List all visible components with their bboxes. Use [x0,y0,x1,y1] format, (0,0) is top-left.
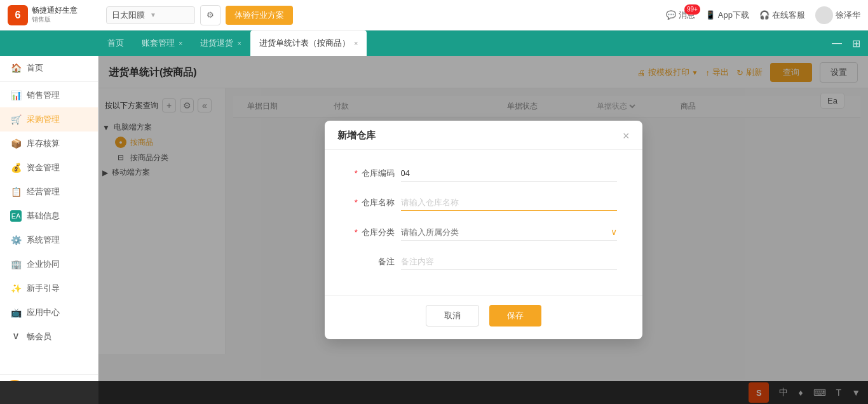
trial-button[interactable]: 体验行业方案 [226,6,293,25]
sidebar-finance-label: 资金管理 [27,162,60,173]
tab-purchase-return[interactable]: 进货退货 × [191,30,250,56]
sidebar-inventory-label: 库存核算 [27,138,60,149]
headset-icon: 🎧 [759,10,770,20]
sidebar-item-home[interactable]: 🏠 首页 [0,56,98,80]
sidebar-item-operation[interactable]: 📋 经营管理 [0,180,98,204]
sidebar-item-member[interactable]: V 畅会员 [0,325,98,349]
sidebar-item-system[interactable]: ⚙️ 系统管理 [0,228,98,252]
purchase-icon: 🛒 [10,114,22,125]
app-logo-icon: 6 [8,5,28,25]
app-download-label: App下载 [718,10,749,21]
tab-purchase-stat-label: 进货单统计表（按商品） [259,37,350,49]
tab-account[interactable]: 账套管理 × [133,30,191,56]
save-button[interactable]: 保存 [489,305,541,327]
sidebar-item-basic-info[interactable]: EA 基础信息 [0,204,98,228]
username-label: 徐泽华 [836,10,860,21]
logo-area: 6 畅捷通好生意 销售版 [8,5,106,25]
sidebar-system-label: 系统管理 [27,234,60,246]
name-input[interactable] [401,194,617,211]
guide-icon: ✨ [10,283,22,294]
tab-bar-right: — ⊞ [829,35,868,52]
form-row-code: * 仓库编码 [350,165,617,182]
new-warehouse-dialog: 新增仓库 × * 仓库编码 * [325,121,642,339]
sales-icon: 📊 [10,90,22,101]
basic-info-icon: EA [10,210,22,222]
form-row-name: * 仓库名称 [350,194,617,211]
name-label: * 仓库名称 [350,197,401,208]
sidebar-operation-label: 经营管理 [27,186,60,198]
sidebar-item-purchase[interactable]: 🛒 采购管理 [0,107,98,131]
finance-icon: 💰 [10,162,22,173]
tab-minimize-button[interactable]: — [829,35,844,51]
sidebar-item-guide[interactable]: ✨ 新手引导 [0,276,98,300]
enterprise-icon: 🏢 [10,259,22,270]
store-search[interactable]: 日太阳膜 ▼ [106,6,195,24]
sidebar-member-label: 畅会员 [27,331,51,342]
store-name: 日太阳膜 [112,10,145,21]
app-center-icon: 📺 [10,307,22,318]
user-avatar [815,6,833,24]
sidebar-item-sales[interactable]: 📊 销售管理 [0,83,98,107]
settings-icon-button[interactable]: ⚙ [200,5,220,25]
tab-home-label: 首页 [107,37,124,49]
app-download-button[interactable]: 📱 App下载 [705,10,749,21]
tab-account-close[interactable]: × [179,39,182,47]
category-dropdown-arrow[interactable]: ∨ [611,227,617,237]
dialog-overlay: 新增仓库 × * 仓库编码 * [98,56,868,404]
inventory-icon: 📦 [10,138,22,149]
tab-bar: 首页 账套管理 × 进货退货 × 进货单统计表（按商品） × — ⊞ [0,30,868,56]
sidebar-app-center-label: 应用中心 [27,307,60,318]
tab-purchase-return-label: 进货退货 [200,37,233,49]
form-row-note: 备注 [350,253,617,270]
code-input[interactable] [401,165,617,182]
sidebar-divider-1 [0,81,98,82]
member-icon: V [10,331,22,342]
dialog-title: 新增仓库 [337,130,376,142]
required-star-1: * [355,168,358,178]
note-input[interactable] [401,253,617,270]
brand-sub: 销售版 [32,15,78,24]
brand-name: 畅捷通好生意 [32,6,78,16]
user-profile-button[interactable]: 徐泽华 [815,6,860,24]
sidebar-basic-info-label: 基础信息 [27,210,60,222]
online-service-button[interactable]: 🎧 在线客服 [759,10,805,21]
home-icon: 🏠 [10,62,22,74]
search-dropdown-arrow: ▼ [150,11,156,18]
sidebar-enterprise-label: 企业协同 [27,259,60,270]
tab-purchase-return-close[interactable]: × [237,39,241,47]
main-layout: 🏠 首页 📊 销售管理 🛒 采购管理 📦 库存核算 💰 资金管理 📋 经营管理 … [0,56,868,404]
sidebar-item-finance[interactable]: 💰 资金管理 [0,156,98,180]
online-service-label: 在线客服 [772,10,805,21]
required-star-2: * [355,198,358,207]
dialog-header: 新增仓库 × [325,121,642,150]
dialog-footer: 取消 保存 [325,295,642,339]
cancel-button[interactable]: 取消 [426,305,479,327]
note-label: 备注 [350,256,401,267]
tab-maximize-button[interactable]: ⊞ [850,35,863,52]
code-label: * 仓库编码 [350,168,401,179]
message-button[interactable]: 💬 消息 99+ [666,10,695,21]
brand-text: 畅捷通好生意 销售版 [32,6,78,25]
dialog-close-button[interactable]: × [623,130,630,142]
operation-icon: 📋 [10,186,22,198]
sidebar-guide-label: 新手引导 [27,283,60,294]
sidebar: 🏠 首页 📊 销售管理 🛒 采购管理 📦 库存核算 💰 资金管理 📋 经营管理 … [0,56,98,404]
category-label: * 仓库分类 [350,227,401,238]
tab-account-label: 账套管理 [142,37,175,49]
tab-home[interactable]: 首页 [98,30,133,56]
content-area: 进货单统计(按商品) 🖨 按模板打印 ▼ ↑ 导出 ↻ 刷新 查询 设置 [98,56,868,404]
sidebar-item-inventory[interactable]: 📦 库存核算 [0,131,98,156]
sidebar-sales-label: 销售管理 [27,90,60,101]
tab-purchase-stat[interactable]: 进货单统计表（按商品） × [250,30,367,56]
sidebar-purchase-label: 采购管理 [27,114,60,125]
tab-purchase-stat-close[interactable]: × [354,39,358,47]
category-select-row: ∨ [401,224,617,241]
sidebar-item-app-center[interactable]: 📺 应用中心 [0,300,98,325]
form-row-category: * 仓库分类 ∨ [350,224,617,241]
sidebar-item-enterprise[interactable]: 🏢 企业协同 [0,252,98,276]
header-right: 💬 消息 99+ 📱 App下载 🎧 在线客服 徐泽华 [666,6,860,24]
required-star-3: * [355,227,358,237]
gear-icon: ⚙ [207,10,214,20]
category-input[interactable] [401,227,611,237]
dialog-body: * 仓库编码 * 仓库名称 [325,150,642,295]
